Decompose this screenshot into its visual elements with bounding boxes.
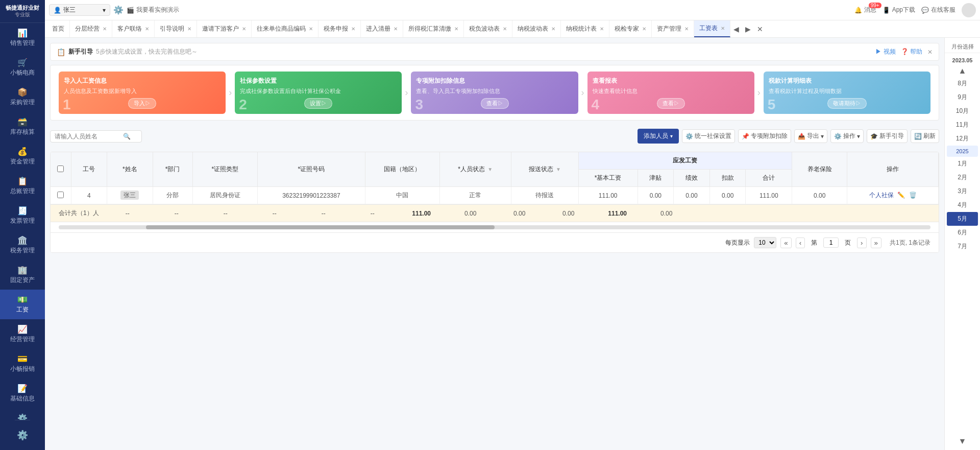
newbie-guide-btn[interactable]: 🎓 新手引导 [867, 129, 908, 143]
close-tab-tax-report[interactable]: ✕ [351, 26, 355, 32]
next-page-btn[interactable]: › [857, 238, 866, 248]
tab-invite[interactable]: 邀请下游客户✕ [197, 20, 252, 37]
month-down-btn[interactable]: ▼ [959, 436, 967, 447]
tab-nav-prev[interactable]: ◀ [730, 25, 742, 33]
close-tab-tax-burden[interactable]: ✕ [503, 26, 507, 32]
step-1-btn[interactable]: 导入▷ [128, 98, 156, 109]
month-3[interactable]: 3月 [945, 184, 980, 198]
scroll-bar[interactable] [59, 225, 930, 229]
month-7[interactable]: 7月 [945, 240, 980, 253]
row-select-checkbox[interactable] [57, 192, 64, 198]
month-1[interactable]: 1月 [945, 157, 980, 171]
page-size-select[interactable]: 10 20 50 [754, 237, 776, 248]
month-8[interactable]: 8月 [945, 77, 980, 90]
tab-nav-next[interactable]: ▶ [742, 25, 754, 33]
status-filter-icon[interactable]: ▼ [487, 167, 493, 172]
sidebar-item-operations[interactable]: 📈 经营管理 [0, 319, 45, 349]
step-3-btn[interactable]: 查看▷ [481, 98, 509, 109]
report-filter-icon[interactable]: ▼ [556, 167, 561, 172]
close-tab-product-code[interactable]: ✕ [309, 26, 313, 32]
step-5-desc: 查看税款计算过程及明细数据 [769, 87, 925, 95]
first-page-btn[interactable]: « [780, 238, 791, 248]
tab-close-all[interactable]: ✕ [754, 25, 766, 33]
sidebar-item-sales[interactable]: 📊 销售管理 [0, 23, 45, 53]
close-tab-tax-stats[interactable]: ✕ [600, 26, 604, 32]
sidebar-item-assets[interactable]: 🏢 固定资产 [0, 260, 45, 290]
guide-close-btn[interactable]: ✕ [927, 49, 933, 56]
close-tab-clearance[interactable]: ✕ [394, 26, 398, 32]
last-page-btn[interactable]: » [871, 238, 881, 248]
select-all-checkbox[interactable] [57, 165, 64, 172]
close-tab-tax-expert[interactable]: ✕ [642, 26, 646, 32]
month-11[interactable]: 11月 [945, 118, 980, 132]
search-input[interactable] [55, 133, 121, 140]
tab-tax-expert[interactable]: 税检专家✕ [609, 20, 652, 37]
message-button[interactable]: 🔔 消息 99+ [854, 6, 876, 14]
tab-tax-wave[interactable]: 纳税波动表✕ [512, 20, 561, 37]
close-tab-invite[interactable]: ✕ [242, 26, 246, 32]
sidebar-item-purchase[interactable]: 📦 采购管理 [0, 82, 45, 112]
close-tab-salary-table[interactable]: ✕ [721, 26, 725, 31]
online-service-button[interactable]: 💬 在线客服 [921, 6, 955, 14]
sidebar-item-salary[interactable]: 💵 工资 [0, 290, 45, 319]
tab-tax-report[interactable]: 税务申报✕ [318, 20, 361, 37]
month-4[interactable]: 4月 [945, 198, 980, 212]
export-btn[interactable]: 📤 导出 ▾ [794, 129, 827, 143]
settings-button[interactable]: ⚙️ [15, 425, 30, 445]
step-2-btn[interactable]: 设置▷ [304, 98, 332, 109]
personal-social-btn[interactable]: 个人社保 [869, 192, 894, 199]
close-tab-asset-mgmt[interactable]: ✕ [684, 26, 689, 32]
refresh-btn[interactable]: 🔄 刷新 [911, 129, 939, 143]
month-9[interactable]: 9月 [945, 90, 980, 104]
month-5[interactable]: 5月 [947, 212, 978, 226]
unified-social-btn[interactable]: ⚙️ 统一社保设置 [682, 129, 735, 143]
tab-asset-mgmt[interactable]: 资产管理✕ [652, 20, 694, 37]
sidebar-item-finance[interactable]: 💰 资金管理 [0, 141, 45, 171]
month-2[interactable]: 2月 [945, 171, 980, 184]
tab-tax-burden[interactable]: 税负波动表✕ [464, 20, 512, 37]
special-deduct-btn[interactable]: 📌 专项附加扣除 [738, 129, 791, 143]
sidebar-item-system[interactable]: ⚙️ 系统管理 [0, 408, 45, 420]
sidebar-item-basics[interactable]: 📝 基础信息 [0, 378, 45, 408]
tab-clearance[interactable]: 进入清册✕ [361, 20, 403, 37]
close-tab-tax-wave[interactable]: ✕ [551, 26, 555, 32]
tab-tax-stats[interactable]: 纳税统计表✕ [561, 20, 609, 37]
add-person-button[interactable]: 添加人员 ▾ [638, 129, 679, 144]
guide-video-btn[interactable]: ▶ 视频 [875, 48, 895, 56]
close-tab-layered[interactable]: ✕ [103, 26, 107, 32]
close-tab-guide[interactable]: ✕ [187, 26, 191, 32]
close-tab-income-tax[interactable]: ✕ [454, 26, 458, 32]
month-10[interactable]: 10月 [945, 104, 980, 118]
tab-guide[interactable]: 引导说明✕ [155, 20, 197, 37]
edit-icon[interactable]: ✏️ [897, 192, 905, 199]
tab-layered[interactable]: 分层经营✕ [70, 20, 112, 37]
tab-salary-table[interactable]: 工资表✕ [694, 20, 730, 37]
tab-customer[interactable]: 客户联络✕ [112, 20, 155, 37]
app-download-button[interactable]: 📱 App下载 [883, 6, 915, 14]
guide-help-btn[interactable]: ❓ 帮助 [901, 48, 922, 56]
month-6[interactable]: 6月 [945, 226, 980, 240]
prev-page-btn[interactable]: ‹ [796, 238, 805, 248]
close-tab-customer[interactable]: ✕ [145, 26, 149, 32]
month-up-btn[interactable]: ▲ [959, 65, 967, 77]
sidebar-item-ledger[interactable]: 📋 总账管理 [0, 171, 45, 201]
user-avatar[interactable] [962, 3, 976, 17]
sidebar-item-invoice[interactable]: 🧾 发票管理 [0, 201, 45, 230]
sidebar-item-tax[interactable]: 🏛️ 税务管理 [0, 230, 45, 260]
tab-product-code[interactable]: 往来单位商品编码✕ [252, 20, 318, 37]
scroll-thumb[interactable] [146, 225, 495, 229]
top-settings-button[interactable]: ⚙️ [113, 5, 124, 15]
operation-btn[interactable]: ⚙️ 操作 ▾ [830, 129, 864, 143]
tab-home[interactable]: 首页 [47, 20, 70, 37]
sidebar-item-ecommerce[interactable]: 🛒 小畅电商 [0, 53, 45, 82]
month-12[interactable]: 12月 [945, 132, 980, 146]
demo-link[interactable]: 🎬 我要看实例演示 [127, 6, 179, 14]
step-4-btn[interactable]: 查看▷ [657, 98, 685, 109]
tab-income-tax[interactable]: 所得税汇算清缴✕ [403, 20, 464, 37]
step-5-btn[interactable]: 敬请期待▷ [827, 98, 867, 109]
sidebar-item-inventory[interactable]: 🗃️ 库存核算 [0, 112, 45, 141]
current-page-input[interactable] [823, 238, 839, 248]
delete-icon[interactable]: 🗑️ [909, 192, 917, 199]
sidebar-item-reimbursement[interactable]: 💳 小畅报销 [0, 349, 45, 378]
user-selector[interactable]: 👤 张三 ▾ [49, 4, 110, 16]
